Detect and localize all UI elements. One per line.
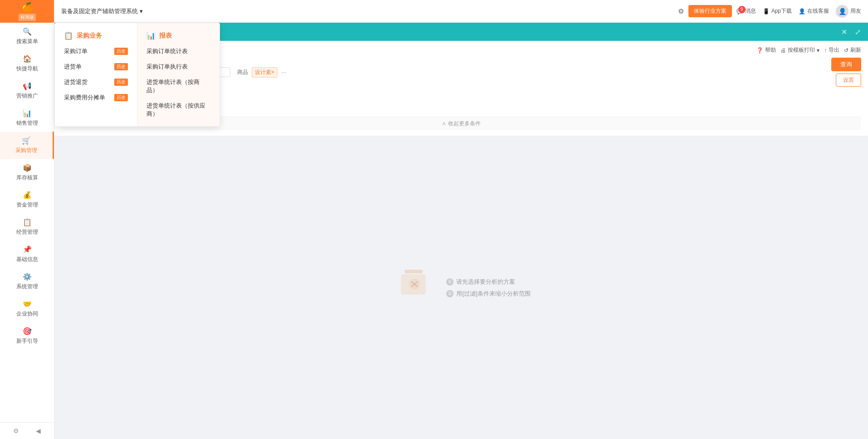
logo-tag: 标准版 <box>19 14 36 21</box>
sidebar-bottom: ⚙ ◀ <box>0 422 54 439</box>
app-download-label: App下载 <box>771 7 792 15</box>
sidebar-label-enterprise: 企业协同 <box>16 310 38 318</box>
report-title: 报表 <box>159 32 172 40</box>
product-filter: 商品 设计素× ··· <box>237 67 287 78</box>
online-service-btn[interactable]: 👤 在线客服 <box>799 7 829 15</box>
stock-in-label: 进货单 <box>64 63 82 71</box>
report-header: 📊 报表 <box>137 28 219 44</box>
sidebar-label-basic-info: 基础信息 <box>16 256 38 263</box>
empty-text-block: ① 请先选择要分析的方案 ② 用[过滤]条件来缩小分析范围 <box>446 278 530 298</box>
empty-hint-2: ② 用[过滤]条件来缩小分析范围 <box>446 290 530 298</box>
stock-in-stats-product-item[interactable]: 进货单统计表（按商品） <box>137 74 219 98</box>
stock-in-history: 历史 <box>114 63 128 70</box>
app-download-btn[interactable]: 📱 App下载 <box>763 7 792 15</box>
home-icon: 🏠 <box>23 54 32 63</box>
stock-in-stats-supplier-label: 进货单统计表（按供应商） <box>146 102 205 117</box>
sidebar-collapse-btn[interactable]: ◀ <box>36 427 41 434</box>
stock-in-stats-product-label: 进货单统计表（按商品） <box>146 79 200 94</box>
sidebar-logo: 🍊 标准版 <box>0 0 54 23</box>
stock-in-stats-supplier-item[interactable]: 进货单统计表（按供应商） <box>137 98 219 122</box>
industry-btn[interactable]: 体验行业方案 <box>688 5 732 17</box>
empty-illustration <box>392 261 437 315</box>
tab-expand-btn[interactable]: ⤢ <box>852 27 863 37</box>
topbar: 装备及固定资产辅助管理系统 ▾ ⚙ 体验行业方案 💬 9 消息 📱 App下载 … <box>54 0 868 23</box>
basic-info-icon: 📌 <box>23 245 32 254</box>
marketing-icon: 📢 <box>23 82 32 90</box>
guide-icon: 🎯 <box>23 327 32 335</box>
purchase-order-exec-item[interactable]: 采购订单执行表 <box>137 59 219 74</box>
sidebar-item-guide[interactable]: 🎯 新手引导 <box>0 322 54 350</box>
purchase-order-history: 历史 <box>114 48 128 55</box>
export-icon: ↑ <box>824 47 827 54</box>
sidebar-item-enterprise[interactable]: 🤝 企业协同 <box>0 295 54 322</box>
print-label: 按模板打印 <box>788 46 815 54</box>
empty-state: ① 请先选择要分析的方案 ② 用[过滤]条件来缩小分析范围 <box>54 136 868 439</box>
dropdown-arrow-icon: ▾ <box>140 8 143 15</box>
avatar: 👤 <box>836 5 848 18</box>
sidebar-label-operations: 经营管理 <box>16 228 38 236</box>
settings-btn[interactable]: 设置 <box>836 74 861 87</box>
refresh-btn[interactable]: ↺ 刷新 <box>844 46 861 54</box>
sidebar-label-search: 搜索菜单 <box>16 38 38 45</box>
user-menu[interactable]: 👤 用友 <box>836 5 861 18</box>
sidebar-label-system: 系统管理 <box>16 283 38 291</box>
sidebar-settings-btn[interactable]: ⚙ <box>13 427 19 434</box>
sidebar-item-quick-nav[interactable]: 🏠 快捷导航 <box>0 50 54 77</box>
message-badge: 9 <box>738 6 746 13</box>
stock-return-item[interactable]: 进货退货 历史 <box>55 74 137 90</box>
sidebar-item-purchase[interactable]: 🛒 采购管理 <box>0 132 54 159</box>
svg-rect-1 <box>405 270 423 273</box>
purchase-order-stats-label: 采购订单统计表 <box>146 48 188 54</box>
report-icon: 📊 <box>146 31 156 40</box>
topbar-gear-btn[interactable]: ⚙ <box>678 7 684 15</box>
sidebar-label-quick-nav: 快捷导航 <box>16 65 38 73</box>
sidebar-item-system[interactable]: ⚙️ 系统管理 <box>0 268 54 295</box>
report-col: 📊 报表 采购订单统计表 采购订单执行表 进货单统计表（按商品） 进货单统计表（… <box>137 23 219 126</box>
message-btn[interactable]: 💬 9 消息 <box>736 7 756 15</box>
print-icon: 🖨 <box>780 47 786 54</box>
purchase-icon: 🛒 <box>22 136 31 145</box>
print-btn[interactable]: 🖨 按模板打印 ▾ <box>780 46 819 54</box>
sidebar-item-marketing[interactable]: 📢 营销推广 <box>0 77 54 104</box>
system-title[interactable]: 装备及固定资产辅助管理系统 ▾ <box>61 7 673 15</box>
purchase-expense-label: 采购费用分摊单 <box>64 94 105 102</box>
purchase-order-stats-item[interactable]: 采购订单统计表 <box>137 44 219 59</box>
topbar-right: 💬 9 消息 📱 App下载 👤 在线客服 👤 用友 <box>736 5 861 18</box>
sidebar-label-sales: 销售管理 <box>16 119 38 127</box>
refresh-label: 刷新 <box>850 46 861 54</box>
service-icon: 👤 <box>799 8 805 15</box>
sidebar-item-sales[interactable]: 📊 销售管理 <box>0 104 54 132</box>
sidebar-item-inventory[interactable]: 📦 库存核算 <box>0 159 54 186</box>
help-btn[interactable]: ❓ 帮助 <box>756 46 776 54</box>
export-btn[interactable]: ↑ 导出 <box>824 46 839 54</box>
refresh-icon: ↺ <box>844 47 848 54</box>
purchase-order-item[interactable]: 采购订单 历史 <box>55 44 137 59</box>
tab-close-all-btn[interactable]: ✕ <box>839 27 850 37</box>
sidebar-item-basic-info[interactable]: 📌 基础信息 <box>0 241 54 268</box>
stock-in-item[interactable]: 进货单 历史 <box>55 59 137 74</box>
inventory-icon: 📦 <box>23 163 32 172</box>
help-icon: ❓ <box>756 47 763 54</box>
export-label: 导出 <box>829 46 839 54</box>
product-tag-text: 设计素× <box>255 69 274 76</box>
purchase-dropdown-menu: 📋 采购业务 采购订单 历史 进货单 历史 进货退货 历史 采购费用分摊单 历史… <box>54 23 220 127</box>
sidebar-item-search[interactable]: 🔍 搜索菜单 <box>0 23 54 50</box>
purchase-expense-item[interactable]: 采购费用分摊单 历史 <box>55 90 137 105</box>
sidebar-label-guide: 新手引导 <box>16 337 38 345</box>
enterprise-icon: 🤝 <box>23 300 32 308</box>
query-btn[interactable]: 查询 <box>831 58 861 71</box>
sidebar-item-operations[interactable]: 📋 经营管理 <box>0 213 54 241</box>
finance-icon: 💰 <box>23 191 32 199</box>
phone-icon: 📱 <box>763 8 770 15</box>
product-dots[interactable]: ··· <box>281 69 287 76</box>
help-label: 帮助 <box>765 46 776 54</box>
print-dropdown-arrow: ▾ <box>817 47 819 54</box>
sidebar-label-inventory: 库存核算 <box>16 174 38 182</box>
product-tag[interactable]: 设计素× <box>252 67 278 78</box>
collapse-label: 收起更多条件 <box>448 120 481 127</box>
purchase-expense-history: 历史 <box>114 94 128 101</box>
sidebar-label-purchase: 采购管理 <box>15 147 37 154</box>
stock-return-label: 进货退货 <box>64 78 88 86</box>
sidebar-item-finance[interactable]: 💰 资金管理 <box>0 186 54 213</box>
online-service-label: 在线客服 <box>807 7 829 15</box>
